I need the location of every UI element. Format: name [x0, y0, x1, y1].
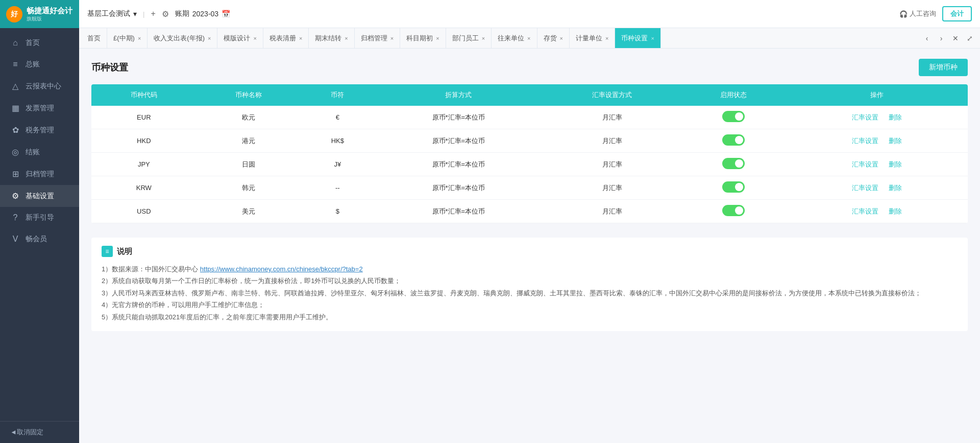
cell-actions-3: 汇率设置 删除 — [786, 176, 968, 200]
delete-link-1[interactable]: 删除 — [889, 137, 902, 145]
tab-label-tax: 税表清册 — [270, 34, 296, 43]
table-header-row: 币种代码币种名称币符折算方式汇率设置方式启用状态操作 — [91, 84, 968, 106]
tab-close-template[interactable]: × — [253, 35, 256, 41]
tab-expand-button[interactable]: ⤢ — [964, 32, 976, 44]
sidebar-item-settings[interactable]: ⚙ 基础设置 — [0, 185, 79, 207]
toggle-1[interactable] — [722, 134, 745, 146]
sidebar-logo: 好 畅捷通好会计 旗舰版 — [0, 0, 79, 28]
cell-method-1: 原币*汇率=本位币 — [374, 129, 543, 153]
service-button[interactable]: 🎧 人工咨询 — [899, 9, 936, 18]
cell-code-1: HKD — [91, 129, 197, 153]
period-selector[interactable]: 账期 2023-03 📅 — [175, 9, 230, 18]
tab-close-inventory[interactable]: × — [560, 35, 563, 41]
tab-close-units[interactable]: × — [605, 35, 608, 41]
cell-code-3: KRW — [91, 176, 197, 200]
rate-setting-link-2[interactable]: 汇率设置 — [852, 160, 878, 168]
cell-symbol-2: J¥ — [301, 153, 374, 176]
th-汇率设置方式: 汇率设置方式 — [543, 84, 680, 106]
tab-inventory[interactable]: 存货× — [537, 28, 570, 49]
sidebar-item-vip[interactable]: V 畅会员 — [0, 228, 79, 250]
tab-subjects[interactable]: 科目期初× — [400, 28, 446, 49]
sidebar-label-tax: 税务管理 — [26, 126, 54, 135]
tab-prev-button[interactable]: ‹ — [921, 32, 933, 44]
tab-balance[interactable]: £(中期)× — [107, 28, 148, 49]
main-area: 基层工会测试 ▾ | + ⚙ 账期 2023-03 📅 🎧 人工咨询 会计 首页… — [79, 0, 980, 443]
sidebar-toggle-pin[interactable]: ◄取消固定 — [0, 421, 79, 443]
tab-archive[interactable]: 归档管理× — [355, 28, 400, 49]
new-currency-button[interactable]: 新增币种 — [919, 59, 968, 76]
tab-close-archive[interactable]: × — [390, 35, 394, 41]
sidebar-item-guide[interactable]: ? 新手引导 — [0, 207, 79, 228]
sidebar-item-tax[interactable]: ✿ 税务管理 — [0, 119, 79, 141]
cell-code-0: EUR — [91, 106, 197, 129]
sidebar-label-reports: 云报表中心 — [26, 82, 61, 91]
sidebar-item-invoice[interactable]: ▦ 发票管理 — [0, 97, 79, 119]
tab-label-currency: 币种设置 — [621, 34, 648, 43]
page-header: 币种设置 新增币种 — [91, 59, 968, 76]
page-title: 币种设置 — [91, 61, 128, 74]
tab-close-department[interactable]: × — [482, 35, 485, 41]
rate-setting-link-3[interactable]: 汇率设置 — [852, 184, 878, 192]
tab-close-subjects[interactable]: × — [436, 35, 439, 41]
tab-close-tax[interactable]: × — [299, 35, 302, 41]
sidebar-item-reports[interactable]: △ 云报表中心 — [0, 75, 79, 97]
toggle-4[interactable] — [722, 205, 745, 216]
cell-name-2: 日圆 — [197, 153, 302, 176]
rate-setting-link-1[interactable]: 汇率设置 — [852, 137, 878, 145]
tab-period-end[interactable]: 期末结转× — [309, 28, 354, 49]
tab-close-period-end[interactable]: × — [345, 35, 348, 41]
tab-income[interactable]: 收入支出表(年报)× — [148, 28, 217, 49]
tab-close-partners[interactable]: × — [527, 35, 530, 41]
tab-controls: ‹ › ✕ ⤢ — [921, 32, 978, 44]
cell-method-0: 原币*汇率=本位币 — [374, 106, 543, 129]
note-list: 1）数据来源：中国外汇交易中心 https://www.chinamoney.c… — [102, 263, 958, 323]
sidebar-item-settle[interactable]: ◎ 结账 — [0, 141, 79, 163]
headset-icon: 🎧 — [899, 10, 908, 18]
tab-close-balance[interactable]: × — [138, 35, 141, 41]
tab-home[interactable]: 首页 — [81, 28, 107, 49]
topbar-sep: | — [143, 10, 144, 18]
tab-partners[interactable]: 往来单位× — [492, 28, 537, 49]
tab-currency[interactable]: 币种设置× — [615, 28, 660, 49]
sidebar-icon-invoice: ▦ — [10, 103, 20, 113]
note-item-0: 1）数据来源：中国外汇交易中心 https://www.chinamoney.c… — [102, 263, 958, 275]
add-tab-icon[interactable]: + — [151, 9, 155, 18]
rate-setting-link-4[interactable]: 汇率设置 — [852, 207, 878, 215]
project-selector[interactable]: 基层工会测试 ▾ — [87, 9, 137, 18]
tab-label-archive: 归档管理 — [361, 34, 387, 43]
sidebar-icon-settle: ◎ — [10, 147, 20, 157]
tab-next-button[interactable]: › — [935, 32, 947, 44]
delete-link-0[interactable]: 删除 — [889, 113, 902, 121]
cell-method-2: 原币*汇率=本位币 — [374, 153, 543, 176]
table-row: EUR 欧元 € 原币*汇率=本位币 月汇率 汇率设置 删除 — [91, 106, 968, 129]
tab-close-all-button[interactable]: ✕ — [949, 32, 962, 44]
tab-department[interactable]: 部门员工× — [446, 28, 492, 49]
cell-rate-method-0: 月汇率 — [543, 106, 680, 129]
kuaiji-button[interactable]: 会计 — [942, 6, 972, 21]
note-item-4: 5）系统只能自动抓取2021年度后的汇率，之前年度汇率需要用用户手工维护。 — [102, 311, 958, 323]
settings-icon[interactable]: ⚙ — [162, 9, 169, 19]
sidebar-item-home[interactable]: ⌂ 首页 — [0, 32, 79, 54]
cell-enabled-3 — [681, 176, 786, 200]
tab-template[interactable]: 模版设计× — [217, 28, 263, 49]
toggle-0[interactable] — [722, 111, 745, 122]
sidebar-label-home: 首页 — [26, 38, 40, 48]
table-row: KRW 韩元 -- 原币*汇率=本位币 月汇率 汇率设置 删除 — [91, 176, 968, 200]
cell-symbol-4: $ — [301, 200, 374, 223]
delete-link-2[interactable]: 删除 — [889, 160, 902, 168]
tab-tax[interactable]: 税表清册× — [263, 28, 309, 49]
rate-setting-link-0[interactable]: 汇率设置 — [852, 113, 878, 121]
tab-label-balance: £(中期) — [113, 34, 135, 43]
note-link[interactable]: https://www.chinamoney.com.cn/chinese/bk… — [200, 265, 363, 273]
toggle-3[interactable] — [722, 181, 745, 193]
tab-close-income[interactable]: × — [208, 35, 211, 41]
toggle-2[interactable] — [722, 158, 745, 169]
sidebar-item-archive[interactable]: ⊞ 归档管理 — [0, 163, 79, 185]
cell-name-3: 韩元 — [197, 176, 302, 200]
tab-units[interactable]: 计量单位× — [570, 28, 615, 49]
tab-close-currency[interactable]: × — [651, 35, 654, 41]
delete-link-4[interactable]: 删除 — [889, 207, 902, 215]
sidebar-item-ledger[interactable]: ≡ 总账 — [0, 54, 79, 75]
delete-link-3[interactable]: 删除 — [889, 184, 902, 192]
cell-code-4: USD — [91, 200, 197, 223]
